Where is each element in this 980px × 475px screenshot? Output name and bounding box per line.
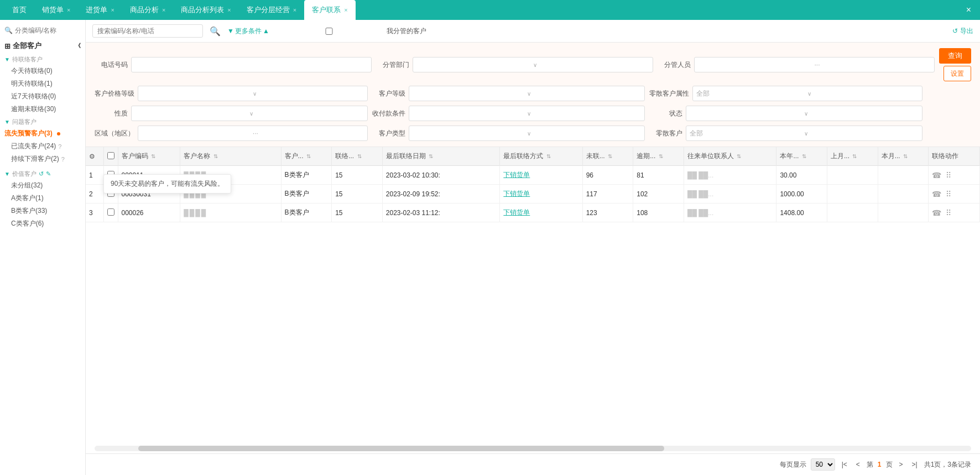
customer-type-select[interactable]: ∨ xyxy=(409,126,645,141)
sidebar-item-7days[interactable]: 近7天待联络(0) xyxy=(0,90,85,103)
th-contact[interactable]: 联络... ⇅ xyxy=(332,147,383,166)
sidebar-item-class-a[interactable]: A类客户(1) xyxy=(0,192,85,205)
search-input[interactable] xyxy=(92,24,203,38)
sort-unit-contact: ⇅ xyxy=(737,153,741,159)
th-uncontacted[interactable]: 未联... ⇅ xyxy=(582,147,633,166)
th-last-contact-date[interactable]: 最后联络日期 ⇅ xyxy=(382,147,500,166)
contact-method-link[interactable]: 下销货单 xyxy=(503,208,530,216)
th-overdue[interactable]: 逾期... ⇅ xyxy=(633,147,684,166)
tab-home[interactable]: 首页 xyxy=(4,0,34,20)
th-code[interactable]: 客户编码 ⇅ xyxy=(118,147,180,166)
td-last-contact-method[interactable]: 下销货单 xyxy=(500,203,582,222)
refresh-icon[interactable]: ↺ xyxy=(39,170,44,178)
sidebar-item-declining[interactable]: 持续下滑客户(2) ? xyxy=(0,153,85,165)
th-current-month[interactable]: 本月... ⇅ xyxy=(878,147,929,166)
phone-input[interactable] xyxy=(131,57,372,72)
price-tier-select[interactable]: ∨ xyxy=(138,86,368,101)
close-tab-product-analysis-list[interactable]: × xyxy=(227,7,231,13)
tab-sales-order[interactable]: 销货单 × xyxy=(34,0,78,20)
action-more-icon[interactable]: ⠿ xyxy=(946,208,951,217)
section-problem-customers[interactable]: ▼ 问题客户 xyxy=(0,116,85,127)
last-page-btn[interactable]: >| xyxy=(910,461,920,468)
export-button[interactable]: ↺ 导出 xyxy=(952,27,973,36)
person-more[interactable]: ··· xyxy=(812,61,931,69)
sidebar-item-churned[interactable]: 已流失客户(24) ? xyxy=(0,140,85,153)
prev-page-btn[interactable]: < xyxy=(854,461,862,468)
action-more-icon[interactable]: ⠿ xyxy=(946,171,951,180)
td-checkbox[interactable] xyxy=(103,203,118,222)
tab-customer-tier[interactable]: 客户分层经营 × xyxy=(239,0,304,20)
close-tab-purchase-order[interactable]: × xyxy=(111,7,114,13)
section-pending-contact[interactable]: ▼ 待联络客户 xyxy=(0,53,85,65)
tab-purchase-order[interactable]: 进货单 × xyxy=(78,0,122,20)
edit-icon[interactable]: ✎ xyxy=(46,170,51,178)
tab-product-analysis-list[interactable]: 商品分析列表 × xyxy=(173,0,238,20)
next-page-btn[interactable]: > xyxy=(897,461,905,468)
action-more-icon[interactable]: ⠿ xyxy=(946,190,951,199)
action-contact-icon[interactable]: ☎ xyxy=(932,171,941,180)
th-last-contact-method[interactable]: 最后联络方式 ⇅ xyxy=(500,147,582,166)
close-tab-customer-tier[interactable]: × xyxy=(293,7,296,13)
td-unit-contact: ██ ██... xyxy=(684,203,776,222)
first-page-btn[interactable]: |< xyxy=(840,461,849,468)
tab-product-analysis[interactable]: 商品分析 × xyxy=(122,0,173,20)
contact-method-link[interactable]: 下销货单 xyxy=(503,190,530,197)
close-tab-sales-order[interactable]: × xyxy=(67,7,70,13)
th-action: 联络动作 xyxy=(929,147,980,166)
td-last-contact-method[interactable]: 下销货单 xyxy=(500,185,582,203)
customer-tier-select[interactable]: ∨ xyxy=(409,86,645,101)
row-checkbox[interactable] xyxy=(107,208,114,216)
sidebar-item-overdue[interactable]: 逾期未联络(30) xyxy=(0,103,85,116)
td-actions: ☎ ⠿ xyxy=(929,166,980,185)
settings-button[interactable]: 设置 xyxy=(943,66,971,81)
zero-attr-select[interactable]: 全部 ∨ xyxy=(692,86,922,101)
contact-method-link[interactable]: 下销货单 xyxy=(503,171,530,179)
person-select[interactable]: ··· xyxy=(694,57,935,72)
region-select[interactable]: ··· xyxy=(138,126,368,141)
my-customers-checkbox[interactable]: 我分管的客户 xyxy=(274,27,426,36)
filter-row-3: 性质 ∨ 收付款条件 ∨ 状态 xyxy=(95,106,971,121)
sidebar-item-class-c[interactable]: C类客户(6) xyxy=(0,217,85,230)
section-value-customers[interactable]: ▼ 价值客户 ↺ ✎ xyxy=(0,168,85,179)
window-close-button[interactable]: × xyxy=(966,5,976,15)
th-current-year[interactable]: 本年... ⇅ xyxy=(776,147,827,166)
td-uncontacted: 117 xyxy=(582,185,633,203)
sidebar-item-tomorrow[interactable]: 明天待联络(1) xyxy=(0,77,85,90)
sort-name: ⇅ xyxy=(213,153,218,159)
td-last-contact-method[interactable]: 下销货单 xyxy=(500,166,582,185)
sort-code: ⇅ xyxy=(151,153,155,159)
th-unit-contact[interactable]: 往来单位联系人 ⇅ xyxy=(684,147,776,166)
action-contact-icon[interactable]: ☎ xyxy=(932,208,941,217)
payment-select[interactable]: ∨ xyxy=(409,106,645,121)
th-last-month[interactable]: 上月... ⇅ xyxy=(827,147,878,166)
search-button[interactable]: 🔍 xyxy=(207,26,223,36)
action-contact-icon[interactable]: ☎ xyxy=(932,190,941,199)
per-page-select[interactable]: 50 xyxy=(811,458,835,471)
query-button[interactable]: 查询 xyxy=(939,48,971,64)
select-all-checkbox[interactable] xyxy=(107,152,114,159)
gender-select[interactable]: ∨ xyxy=(131,106,368,121)
horizontal-scrollbar[interactable] xyxy=(95,446,971,451)
region-more[interactable]: ··· xyxy=(251,129,364,137)
sidebar-search-input[interactable] xyxy=(15,27,81,34)
scrollbar-thumb[interactable] xyxy=(138,446,664,451)
zero-customer-select[interactable]: 全部 ∨ xyxy=(686,126,922,141)
tab-customer-contact[interactable]: 客户联系 × xyxy=(304,0,355,20)
filter-zero-customer: 零散客户 全部 ∨ xyxy=(649,126,922,141)
more-conditions-toggle[interactable]: ▼ 更多条件 ▲ xyxy=(227,27,269,36)
th-name[interactable]: 客户名称 ⇅ xyxy=(180,147,281,166)
sidebar-all-customers[interactable]: ⊞ 全部客户 《 xyxy=(0,39,85,53)
close-tab-customer-contact[interactable]: × xyxy=(344,7,347,13)
dept-select[interactable]: ∨ xyxy=(413,57,653,72)
filter-phone: 电话号码 xyxy=(95,57,372,72)
th-checkbox[interactable] xyxy=(103,147,118,166)
sidebar-item-ungrouped[interactable]: 未分组(32) xyxy=(0,179,85,192)
sidebar-item-churn-warning[interactable]: 流失预警客户(3) xyxy=(0,127,85,140)
sidebar-item-today[interactable]: 今天待联络(0) xyxy=(0,65,85,77)
th-type[interactable]: 客户... ⇅ xyxy=(281,147,332,166)
sidebar-item-class-b[interactable]: B类客户(33) xyxy=(0,205,85,217)
status-select[interactable]: ∨ xyxy=(686,106,922,121)
close-tab-product-analysis[interactable]: × xyxy=(162,7,165,13)
th-settings[interactable]: ⚙ xyxy=(86,147,103,166)
my-customers-check[interactable] xyxy=(274,28,384,35)
